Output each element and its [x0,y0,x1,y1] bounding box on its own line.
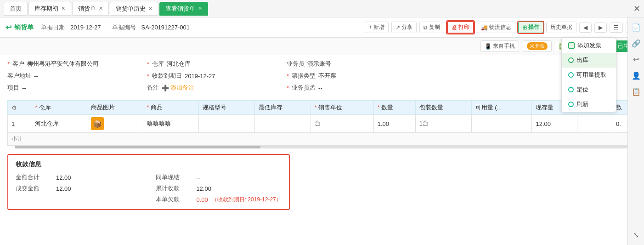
col-gear: ⚙ [8,101,31,115]
staff-field: 业务员 演示账号 [287,60,378,68]
payment-amount-row: 金额合计 12.00 [16,173,141,182]
add-note-button[interactable]: ➕ 添加备注 [162,84,194,92]
history-button[interactable]: 历史单据 [546,22,576,33]
tab-view-sales-close[interactable]: ✕ [198,6,202,11]
operations-button[interactable]: ⊞操作 [518,22,543,33]
share-button[interactable]: ↗分享 [391,22,417,33]
layout1-button[interactable]: ☰ [610,23,623,33]
table-header-row: ⚙ * 仓库 商品图片 * 商品 规格型号 最低库存 * 销售单位 * 数量 包… [8,101,637,115]
payment-info-box: 收款信息 金额合计 12.00 同单现结 -- 成交金额 12.00 [7,154,290,210]
right-sidebar: 📄 🔗 ↩ 👤 📋 ⤡ [627,17,644,245]
col-available: 可用量 (... [471,101,532,115]
col-min-stock: 最低库存 [254,101,311,115]
form-row-3: 项目 -- 备注 ➕ 添加备注 * 业务员孟 -- [7,84,637,92]
row-image: 📦 [87,115,143,133]
available-icon [568,72,574,78]
tab-view-sales[interactable]: 查看销货单 ✕ [159,2,208,16]
dropdown-item-locate[interactable]: 定位 [562,82,616,97]
payment-date-field: * 收款到期日 2019-12-27 [147,72,276,80]
refresh-icon [568,102,574,107]
col-qty: * 数量 [373,101,415,115]
sidebar-icon-doc[interactable]: 📄 [630,21,643,34]
doc-actions: + 新增 ↗分享 ⧉复制 🖨打印 🚚物流信息 ⊞操作 [365,21,638,34]
window-close-button[interactable]: ✕ [633,4,640,14]
row-min-stock [254,115,311,133]
new-button[interactable]: + 新增 [365,22,389,33]
payment-deal-row: 成交金额 12.00 [16,184,141,193]
outbound-icon [568,57,574,63]
doc-meta: 单据日期 2019-12-27 单据编号 SA-20191227-001 [41,23,192,32]
form-section: * 客户 柳州粤港平安气体有限公司 * 仓库 河北仓库 业务员 演示账号 客户地… [0,55,644,100]
copy-button[interactable]: ⧉复制 [419,22,444,33]
address-field: 客户地址 -- [7,72,136,80]
tab-sales[interactable]: 销货单 ✕ [72,2,109,16]
print-button[interactable]: 🖨打印 [447,21,474,34]
customer-field: * 客户 柳州粤港平安气体有限公司 [7,60,136,68]
tab-home[interactable]: 首页 [4,2,28,16]
next-button[interactable]: ▶ [594,23,607,33]
col-product: * 商品 [143,101,199,115]
invoice-icon [568,42,575,49]
logistics-button[interactable]: 🚚物流信息 [477,22,515,33]
operations-dropdown: 添加发票 出库 可用量提取 定位 刷新 [561,38,616,112]
locate-icon [568,87,574,92]
row-product: 嘻嘻嘻嘻 [143,115,199,133]
toolbar-row: 📱来自手机 未开票 ✅ ✔已核销 ✔已生效 [0,38,644,55]
dropdown-item-invoice[interactable]: 添加发票 [562,38,616,53]
dropdown-item-available[interactable]: 可用量提取 [562,68,616,82]
row-warehouse: 河北仓库 [31,115,87,133]
row-num: 1 [8,115,31,133]
doc-type-title: ↩ 销货单 [6,23,34,32]
payment-cumulative-row: 累计收款 12.00 [156,184,281,193]
row-unit: 台 [311,115,373,133]
form-row-2: 客户地址 -- * 收款到期日 2019-12-27 * 票据类型 不开票 [7,72,637,80]
products-table: ⚙ * 仓库 商品图片 * 商品 规格型号 最低库存 * 销售单位 * 数量 包… [7,100,637,146]
main-content: ↩ 销货单 单据日期 2019-12-27 单据编号 SA-20191227-0… [0,17,644,245]
form-row-1: * 客户 柳州粤港平安气体有限公司 * 仓库 河北仓库 业务员 演示账号 [7,60,637,68]
tab-sales-history[interactable]: 销货单历史 ✕ [110,2,158,16]
sidebar-icon-back[interactable]: ↩ [631,53,641,66]
row-pack-qty: 1台 [415,115,471,133]
warehouse-field: * 仓库 河北仓库 [147,60,276,68]
payment-title: 收款信息 [16,160,282,169]
col-spec: 规格型号 [199,101,255,115]
tab-inventory-init[interactable]: 库存期初 ✕ [28,2,71,16]
not-open-button[interactable]: 未开票 [523,40,552,52]
subtotal-label: 小计 [8,133,637,146]
tab-sales-close[interactable]: ✕ [99,6,103,11]
tab-inventory-init-close[interactable]: ✕ [61,6,65,11]
tab-sales-history-close[interactable]: ✕ [148,6,153,11]
prev-button[interactable]: ◀ [579,23,592,33]
doc-header: ↩ 销货单 单据日期 2019-12-27 单据编号 SA-20191227-0… [0,17,644,38]
row-spec [199,115,255,133]
row-qty: 1.00 [373,115,415,133]
row-stock: 12.00 [532,115,577,133]
sidebar-icon-expand[interactable]: ⤡ [631,229,641,241]
col-pack-qty: 包装数量 [415,101,471,115]
table-wrapper: ⚙ * 仓库 商品图片 * 商品 规格型号 最低库存 * 销售单位 * 数量 包… [7,100,637,146]
sidebar-icon-user[interactable]: 👤 [630,69,643,82]
dropdown-item-refresh[interactable]: 刷新 [562,97,616,112]
project-field: 项目 -- [7,84,136,92]
table-section: ⚙ * 仓库 商品图片 * 商品 规格型号 最低库存 * 销售单位 * 数量 包… [0,100,644,148]
tab-bar: 首页 库存期初 ✕ 销货单 ✕ 销货单历史 ✕ 查看销货单 ✕ ✕ [0,0,644,17]
bottom-section: 收款信息 金额合计 12.00 同单现结 -- 成交金额 12.00 [0,148,644,216]
salesperson-field: * 业务员孟 -- [287,84,378,92]
col-unit: * 销售单位 [311,101,373,115]
table-row: 1 河北仓库 📦 嘻嘻嘻嘻 台 1.00 [8,115,637,133]
dropdown-item-outbound[interactable]: 出库 [562,53,616,68]
product-thumbnail: 📦 [91,117,104,130]
payment-same-order-row: 同单现结 -- [156,173,281,182]
invoice-field: * 票据类型 不开票 [287,72,378,80]
row-available [471,115,532,133]
col-warehouse: * 仓库 [31,101,87,115]
from-phone-button[interactable]: 📱来自手机 [480,40,519,52]
payment-grid: 金额合计 12.00 同单现结 -- 成交金额 12.00 累计收款 12.00 [16,173,282,204]
col-image: 商品图片 [87,101,143,115]
subtotal-row: 小计 [8,133,637,146]
row-price [577,115,612,133]
sidebar-icon-link[interactable]: 🔗 [630,37,643,50]
sidebar-icon-list[interactable]: 📋 [630,85,643,98]
payment-outstanding-row: 本单欠款 0.00 （收款到期日: 2019-12-27） [156,195,281,204]
note-field: 备注 ➕ 添加备注 [147,84,276,92]
